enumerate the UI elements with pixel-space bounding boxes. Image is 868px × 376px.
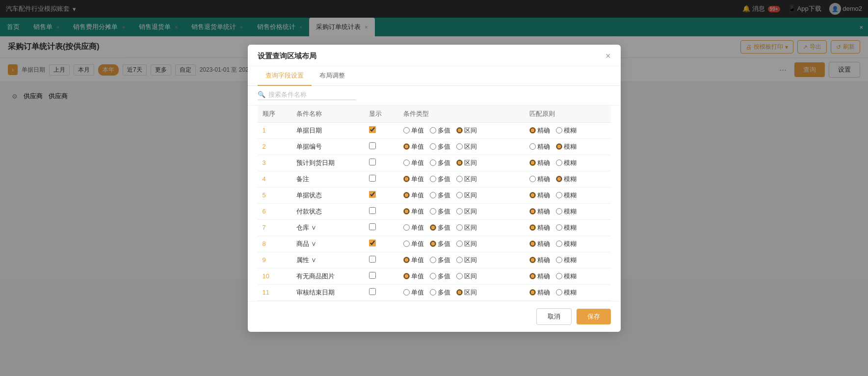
type-radio-range-6[interactable]: 区间 (456, 223, 477, 232)
match-radio-exact-9[interactable]: 精确 (529, 272, 550, 279)
cell-match-1: 精确模糊 (525, 138, 610, 155)
display-checkbox-4[interactable] (369, 191, 376, 198)
cell-name-9: 有无商品图片 (291, 268, 364, 278)
col-header-type: 条件类型 (398, 106, 525, 123)
cell-match-2: 精确模糊 (525, 155, 610, 171)
display-checkbox-5[interactable] (369, 207, 376, 214)
match-radio-exact-6[interactable]: 精确 (529, 223, 550, 232)
match-radio-exact-7[interactable]: 精确 (529, 240, 550, 248)
conditions-table-wrap: 顺序 条件名称 显示 条件类型 匹配原则 1单据日期单值多值区间精确模糊2单据编… (248, 106, 621, 279)
type-radio-range-2[interactable]: 区间 (456, 159, 477, 167)
type-radio-single-9[interactable]: 单值 (403, 272, 424, 279)
cell-name-6: 仓库 ∨ (291, 219, 364, 236)
tab-query-fields[interactable]: 查询字段设置 (258, 66, 312, 86)
cell-order-0: 1 (258, 122, 292, 138)
match-radio-fuzzy-3[interactable]: 模糊 (556, 175, 577, 184)
cell-display-4 (364, 187, 398, 203)
type-radio-multi-0[interactable]: 多值 (430, 126, 450, 135)
type-radio-range-4[interactable]: 区间 (456, 191, 477, 200)
type-radio-range-0[interactable]: 区间 (456, 126, 477, 135)
type-radio-multi-9[interactable]: 多值 (430, 272, 450, 279)
cell-display-1 (364, 138, 398, 155)
type-radio-multi-2[interactable]: 多值 (430, 159, 450, 167)
tab-layout-adjust[interactable]: 布局调整 (312, 66, 353, 86)
type-radio-single-2[interactable]: 单值 (403, 159, 424, 167)
cell-type-4: 单值多值区间 (398, 187, 525, 203)
type-radio-range-9[interactable]: 区间 (456, 272, 477, 279)
match-radio-exact-8[interactable]: 精确 (529, 256, 550, 265)
dialog-overlay: 设置查询区域布局 × 查询字段设置 布局调整 🔍 顺序 (0, 0, 868, 278)
cell-name-3: 备注 (291, 171, 364, 187)
table-row: 2单据编号单值多值区间精确模糊 (258, 138, 611, 155)
match-radio-exact-5[interactable]: 精确 (529, 207, 550, 216)
type-radio-single-5[interactable]: 单值 (403, 207, 424, 216)
display-checkbox-3[interactable] (369, 175, 376, 182)
match-radio-exact-0[interactable]: 精确 (529, 126, 550, 135)
dialog-tabs: 查询字段设置 布局调整 (248, 66, 621, 86)
table-row: 10有无商品图片单值多值区间精确模糊 (258, 268, 611, 278)
type-radio-range-8[interactable]: 区间 (456, 256, 477, 265)
match-radio-fuzzy-8[interactable]: 模糊 (556, 256, 577, 265)
cell-name-5: 付款状态 (291, 203, 364, 219)
match-radio-fuzzy-9[interactable]: 模糊 (556, 272, 577, 279)
type-radio-multi-3[interactable]: 多值 (430, 175, 450, 184)
type-radio-multi-4[interactable]: 多值 (430, 191, 450, 200)
dialog-close-button[interactable]: × (605, 52, 611, 60)
cell-order-3: 4 (258, 171, 292, 187)
type-radio-multi-6[interactable]: 多值 (430, 223, 450, 232)
cell-type-5: 单值多值区间 (398, 203, 525, 219)
settings-dialog: 设置查询区域布局 × 查询字段设置 布局调整 🔍 顺序 (248, 45, 621, 279)
cell-display-9 (364, 268, 398, 278)
match-radio-fuzzy-7[interactable]: 模糊 (556, 240, 577, 248)
display-checkbox-8[interactable] (369, 256, 376, 263)
type-radio-single-8[interactable]: 单值 (403, 256, 424, 265)
display-checkbox-0[interactable] (369, 126, 376, 133)
display-checkbox-9[interactable] (369, 272, 376, 278)
match-radio-exact-2[interactable]: 精确 (529, 159, 550, 167)
type-radio-range-5[interactable]: 区间 (456, 207, 477, 216)
type-radio-single-6[interactable]: 单值 (403, 223, 424, 232)
search-input[interactable] (268, 91, 347, 98)
cell-order-4: 5 (258, 187, 292, 203)
type-radio-multi-7[interactable]: 多值 (430, 240, 450, 248)
cell-order-7: 8 (258, 236, 292, 252)
display-checkbox-1[interactable] (369, 142, 376, 149)
tab-query-fields-label: 查询字段设置 (265, 72, 304, 79)
type-radio-range-1[interactable]: 区间 (456, 142, 477, 151)
display-checkbox-6[interactable] (369, 223, 376, 230)
match-radio-fuzzy-6[interactable]: 模糊 (556, 223, 577, 232)
match-radio-fuzzy-0[interactable]: 模糊 (556, 126, 577, 135)
type-radio-multi-8[interactable]: 多值 (430, 256, 450, 265)
cell-name-7: 商品 ∨ (291, 236, 364, 252)
match-radio-exact-4[interactable]: 精确 (529, 191, 550, 200)
table-row: 7仓库 ∨单值多值区间精确模糊 (258, 219, 611, 236)
cell-type-8: 单值多值区间 (398, 252, 525, 268)
match-radio-exact-1[interactable]: 精确 (529, 142, 550, 151)
type-radio-single-0[interactable]: 单值 (403, 126, 424, 135)
match-radio-fuzzy-5[interactable]: 模糊 (556, 207, 577, 216)
cell-order-1: 2 (258, 138, 292, 155)
type-radio-multi-1[interactable]: 多值 (430, 142, 450, 151)
match-radio-exact-3[interactable]: 精确 (529, 175, 550, 184)
cell-match-0: 精确模糊 (525, 122, 610, 138)
match-radio-fuzzy-2[interactable]: 模糊 (556, 159, 577, 167)
display-checkbox-2[interactable] (369, 159, 376, 165)
cell-type-2: 单值多值区间 (398, 155, 525, 171)
type-radio-single-3[interactable]: 单值 (403, 175, 424, 184)
type-radio-range-3[interactable]: 区间 (456, 175, 477, 184)
cell-type-0: 单值多值区间 (398, 122, 525, 138)
dialog-title: 设置查询区域布局 (258, 52, 316, 61)
type-radio-range-7[interactable]: 区间 (456, 240, 477, 248)
cell-display-2 (364, 155, 398, 171)
col-header-match: 匹配原则 (525, 106, 610, 123)
type-radio-multi-5[interactable]: 多值 (430, 207, 450, 216)
type-radio-single-4[interactable]: 单值 (403, 191, 424, 200)
cell-match-9: 精确模糊 (525, 268, 610, 278)
table-row: 5单据状态单值多值区间精确模糊 (258, 187, 611, 203)
type-radio-single-1[interactable]: 单值 (403, 142, 424, 151)
match-radio-fuzzy-4[interactable]: 模糊 (556, 191, 577, 200)
conditions-table: 顺序 条件名称 显示 条件类型 匹配原则 1单据日期单值多值区间精确模糊2单据编… (258, 106, 611, 279)
type-radio-single-7[interactable]: 单值 (403, 240, 424, 248)
match-radio-fuzzy-1[interactable]: 模糊 (556, 142, 577, 151)
display-checkbox-7[interactable] (369, 240, 376, 246)
